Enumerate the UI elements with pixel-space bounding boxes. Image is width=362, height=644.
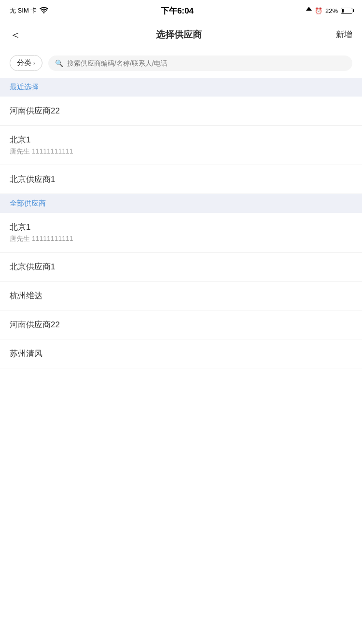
page-title: 选择供应商 bbox=[156, 28, 202, 41]
battery-percent: 22% bbox=[325, 7, 338, 14]
all-items-list: 北京1 唐先生 11111111111 北京供应商1杭州维达河南供应商22苏州清… bbox=[0, 213, 362, 368]
item-name: 杭州维达 bbox=[10, 290, 352, 301]
list-item[interactable]: 北京1 唐先生 11111111111 bbox=[0, 126, 362, 165]
item-name: 北京供应商1 bbox=[10, 261, 352, 272]
list-item[interactable]: 河南供应商22 bbox=[0, 97, 362, 126]
sim-status: 无 SIM 卡 bbox=[10, 6, 37, 15]
recent-section-title: 最近选择 bbox=[10, 83, 39, 91]
alarm-icon: ⏰ bbox=[315, 7, 322, 14]
back-button[interactable]: ＜ bbox=[10, 27, 21, 42]
search-box[interactable]: 🔍 bbox=[48, 56, 352, 71]
status-time: 下午6:04 bbox=[161, 5, 194, 16]
item-name: 北京1 bbox=[10, 134, 352, 145]
recent-section-header: 最近选择 bbox=[0, 78, 362, 97]
recent-items-list: 河南供应商22 北京1 唐先生 11111111111 北京供应商1 bbox=[0, 97, 362, 194]
item-name: 北京供应商1 bbox=[10, 174, 352, 185]
list-item[interactable]: 北京1 唐先生 11111111111 bbox=[0, 213, 362, 252]
add-button[interactable]: 新增 bbox=[336, 29, 352, 40]
list-item[interactable]: 杭州维达 bbox=[0, 281, 362, 310]
all-section-header: 全部供应商 bbox=[0, 194, 362, 213]
nav-bar: ＜ 选择供应商 新增 bbox=[0, 21, 362, 48]
battery-icon bbox=[341, 8, 352, 14]
search-icon: 🔍 bbox=[55, 59, 63, 67]
list-item[interactable]: 北京供应商1 bbox=[0, 165, 362, 194]
wifi-icon bbox=[40, 7, 48, 15]
search-input[interactable] bbox=[67, 59, 346, 67]
category-label: 分类 bbox=[17, 58, 31, 68]
list-item[interactable]: 苏州清风 bbox=[0, 339, 362, 368]
item-name: 河南供应商22 bbox=[10, 319, 352, 330]
list-item[interactable]: 河南供应商22 bbox=[0, 310, 362, 339]
item-name: 北京1 bbox=[10, 222, 352, 233]
category-button[interactable]: 分类 › bbox=[10, 55, 42, 71]
item-sub: 唐先生 11111111111 bbox=[10, 147, 352, 156]
location-icon bbox=[306, 7, 312, 15]
status-bar: 无 SIM 卡 下午6:04 ⏰ 22% bbox=[0, 0, 362, 21]
item-name: 河南供应商22 bbox=[10, 105, 352, 116]
chevron-right-icon: › bbox=[33, 60, 35, 67]
filter-bar: 分类 › 🔍 bbox=[0, 48, 362, 78]
status-left: 无 SIM 卡 bbox=[10, 6, 48, 15]
list-item[interactable]: 北京供应商1 bbox=[0, 252, 362, 281]
item-sub: 唐先生 11111111111 bbox=[10, 235, 352, 243]
status-right: ⏰ 22% bbox=[306, 7, 352, 15]
all-section-title: 全部供应商 bbox=[10, 199, 46, 207]
item-name: 苏州清风 bbox=[10, 348, 352, 359]
